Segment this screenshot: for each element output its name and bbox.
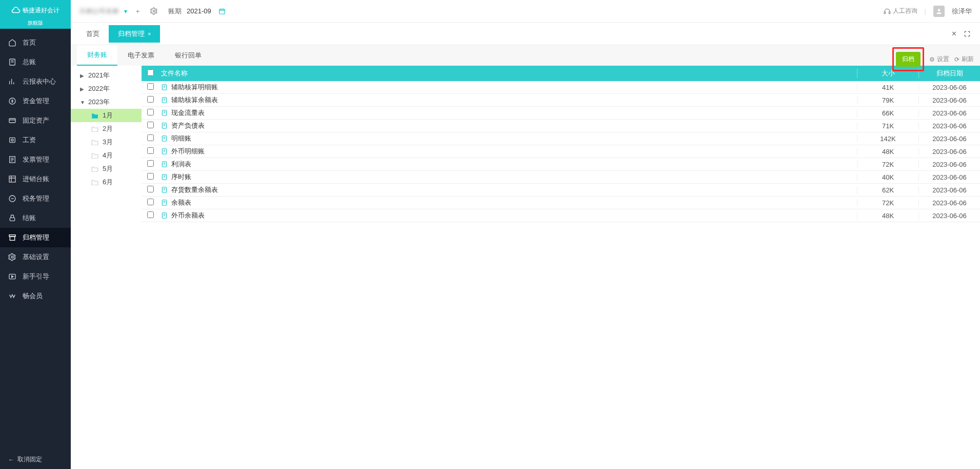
row-check[interactable] xyxy=(147,186,154,192)
nav-label: 云报表中心 xyxy=(23,77,56,86)
tab-finance[interactable]: 财务账 xyxy=(77,45,117,66)
nav-label: 结账 xyxy=(23,213,36,223)
nav-ledger[interactable]: 总账 xyxy=(0,52,71,72)
chevron-down-icon[interactable]: ▾ xyxy=(124,8,127,15)
play-icon xyxy=(8,272,16,281)
nav-archive[interactable]: 归档管理 xyxy=(0,228,71,247)
nav-label: 进销台账 xyxy=(23,174,49,184)
consult-button[interactable]: 人工咨询 xyxy=(884,7,917,15)
nav-purchase-sale[interactable]: 进销台账 xyxy=(0,169,71,189)
tree-month[interactable]: 2月 xyxy=(71,122,142,135)
file-name: 辅助核算余额表 xyxy=(171,95,218,105)
nav-label: 税务管理 xyxy=(23,194,49,203)
period-label: 账期 xyxy=(168,7,182,16)
nav-guide[interactable]: 新手引导 xyxy=(0,267,71,286)
nav-settings[interactable]: 基础设置 xyxy=(0,247,71,267)
nav-unpin[interactable]: ← 取消固定 xyxy=(0,450,71,469)
row-check[interactable] xyxy=(147,134,154,141)
table-row[interactable]: 外币明细账48K2023-06-06 xyxy=(142,145,980,158)
file-size: 142K xyxy=(857,135,918,143)
calendar-icon[interactable] xyxy=(216,8,228,15)
gear-icon[interactable] xyxy=(148,7,160,15)
svg-point-17 xyxy=(11,256,13,258)
tab-home[interactable]: 首页 xyxy=(77,25,109,43)
archive-icon xyxy=(8,233,16,242)
tree-month[interactable]: 4月 xyxy=(71,149,142,162)
file-icon xyxy=(161,84,168,91)
file-size: 72K xyxy=(857,161,918,168)
check-all[interactable] xyxy=(147,69,154,76)
tree-year[interactable]: ▼2023年 xyxy=(71,95,142,109)
table-row[interactable]: 明细账142K2023-06-06 xyxy=(142,132,980,145)
tab-bank-label: 银行回单 xyxy=(175,51,202,59)
nav-tax[interactable]: 税务管理 xyxy=(0,189,71,208)
table-row[interactable]: 存货数量余额表62K2023-06-06 xyxy=(142,184,980,197)
svg-rect-20 xyxy=(219,9,225,13)
tree-month[interactable]: 5月 xyxy=(71,162,142,175)
table-row[interactable]: 现金流量表66K2023-06-06 xyxy=(142,107,980,120)
table-row[interactable]: 利润表72K2023-06-06 xyxy=(142,158,980,171)
brand-edition: 旗舰版 xyxy=(0,19,71,29)
row-check[interactable] xyxy=(147,122,154,128)
avatar[interactable] xyxy=(933,6,945,17)
file-name: 序时账 xyxy=(171,172,191,182)
row-check[interactable] xyxy=(147,147,154,154)
file-date: 2023-06-06 xyxy=(918,148,980,155)
file-name: 现金流量表 xyxy=(171,108,205,118)
tree-month[interactable]: 6月 xyxy=(71,175,142,189)
file-date: 2023-06-06 xyxy=(918,161,980,168)
tab-einvoice[interactable]: 电子发票 xyxy=(117,46,165,65)
row-check[interactable] xyxy=(147,160,154,167)
nav-salary[interactable]: 工资 xyxy=(0,130,71,150)
table-row[interactable]: 辅助核算明细账41K2023-06-06 xyxy=(142,81,980,94)
period-value[interactable]: 2021-09 xyxy=(187,7,211,15)
page-tabs: 首页 归档管理× × xyxy=(71,23,980,45)
nav-home[interactable]: 首页 xyxy=(0,33,71,52)
tab-bank[interactable]: 银行回单 xyxy=(165,46,212,65)
table-row[interactable]: 余额表72K2023-06-06 xyxy=(142,197,980,209)
brand-logo[interactable]: 畅捷通好会计 xyxy=(0,0,71,21)
row-check[interactable] xyxy=(147,211,154,218)
inventory-icon xyxy=(8,175,16,183)
nav-member[interactable]: 畅会员 xyxy=(0,286,71,306)
close-all-tabs[interactable]: × xyxy=(948,27,961,41)
row-check[interactable] xyxy=(147,96,154,103)
arrow-left-icon: ← xyxy=(8,456,14,463)
fullscreen-icon[interactable] xyxy=(961,28,974,40)
col-name[interactable]: 文件名称 xyxy=(159,69,857,78)
add-icon[interactable]: ＋ xyxy=(132,7,143,16)
folder-icon xyxy=(91,166,98,172)
lock-icon xyxy=(8,214,16,222)
tree-year[interactable]: ▶2021年 xyxy=(71,69,142,82)
nav-invoice[interactable]: 发票管理 xyxy=(0,150,71,169)
file-name: 明细账 xyxy=(171,134,191,143)
row-check[interactable] xyxy=(147,83,154,90)
nav-funds[interactable]: 资金管理 xyxy=(0,91,71,111)
tab-archive[interactable]: 归档管理× xyxy=(109,25,160,43)
table-row[interactable]: 外币余额表48K2023-06-06 xyxy=(142,209,980,222)
archive-button[interactable]: 归档 xyxy=(896,52,921,67)
row-check[interactable] xyxy=(147,109,154,115)
table-row[interactable]: 资产负债表71K2023-06-06 xyxy=(142,120,980,132)
row-check[interactable] xyxy=(147,173,154,180)
company-selector[interactable]: 示例公司名称 xyxy=(79,7,119,16)
close-icon[interactable]: × xyxy=(148,31,151,37)
refresh-button[interactable]: ⟳刷新 xyxy=(954,55,974,64)
tree-month[interactable]: 3月 xyxy=(71,135,142,149)
settings-button[interactable]: ⚙设置 xyxy=(929,55,949,64)
gear-icon xyxy=(8,253,16,261)
nav-fixed-assets[interactable]: 固定资产 xyxy=(0,111,71,130)
cloud-icon xyxy=(11,6,21,15)
user-name[interactable]: 徐泽华 xyxy=(952,7,972,16)
nav-closing[interactable]: 结账 xyxy=(0,208,71,228)
table-row[interactable]: 序时账40K2023-06-06 xyxy=(142,171,980,184)
arrow-right-icon: ▶ xyxy=(80,73,85,79)
folder-icon xyxy=(91,179,98,185)
tab-archive-label: 归档管理 xyxy=(118,30,145,37)
tree-month[interactable]: 1月 xyxy=(71,109,142,122)
row-check[interactable] xyxy=(147,199,154,205)
table-row[interactable]: 辅助核算余额表79K2023-06-06 xyxy=(142,94,980,107)
tree-year[interactable]: ▶2022年 xyxy=(71,82,142,95)
nav-cloud-report[interactable]: 云报表中心 xyxy=(0,72,71,91)
nav-label: 总账 xyxy=(23,57,36,67)
